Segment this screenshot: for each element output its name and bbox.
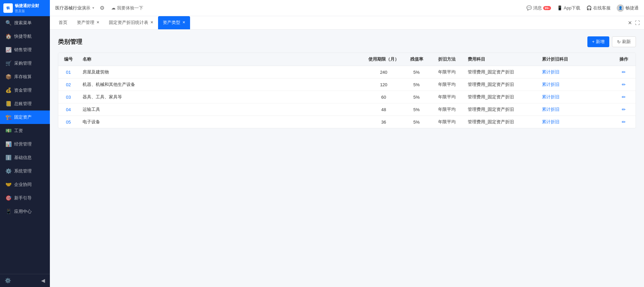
cell-method-0: 年限平均	[430, 66, 464, 78]
edit-icon-3[interactable]: ✏	[622, 107, 626, 112]
refresh-icon: ↻	[617, 39, 621, 44]
table-row: 01 房屋及建筑物 240 5% 年限平均 管理费用_固定资产折旧 累计折旧 ✏	[58, 66, 636, 78]
accumulated-link-4[interactable]: 累计折旧	[542, 119, 559, 124]
cell-residual-1: 5%	[403, 78, 430, 91]
cell-id-4: 05	[58, 116, 79, 128]
tab-asset-mgmt-close[interactable]: ✕	[96, 20, 99, 25]
try-label: 我要体验一下	[117, 5, 143, 11]
sidebar: 畅 畅捷通好业财 普及版 🔍 搜索菜单 🏠 快捷导航 📈 销售管理 🛒 采购管理…	[0, 0, 50, 287]
module-selector[interactable]: 医疗器械行业演示 ▾	[55, 5, 94, 11]
col-header-name: 名称	[79, 53, 364, 66]
cell-residual-4: 5%	[403, 116, 430, 128]
sidebar-item-payroll[interactable]: 💵 工资	[0, 124, 50, 137]
basic-info-icon: ℹ️	[5, 155, 11, 161]
tab-asset-mgmt[interactable]: 资产管理 ✕	[72, 16, 104, 29]
cell-expense-2: 管理费用_固定资产折旧	[464, 91, 538, 103]
collapse-icon[interactable]: ◀	[41, 278, 45, 284]
tab-depreciation-label: 固定资产折旧统计表	[109, 20, 148, 26]
try-button[interactable]: ☁ 我要体验一下	[111, 5, 143, 11]
cell-accumulated-4: 累计折旧	[538, 116, 612, 128]
message-btn[interactable]: 💬 消息 99+	[526, 5, 551, 11]
tabbar-right: ✕ ⛶	[628, 16, 640, 29]
user-profile-btn[interactable]: 👤 畅捷通	[617, 4, 639, 12]
edit-icon-2[interactable]: ✏	[622, 94, 626, 100]
row-id-link-0[interactable]: 01	[66, 70, 71, 75]
tab-expand-icon[interactable]: ⛶	[635, 20, 640, 26]
cell-residual-3: 5%	[403, 103, 430, 116]
accumulated-link-1[interactable]: 累计折旧	[542, 82, 559, 87]
cell-method-2: 年限平均	[430, 91, 464, 103]
cell-name-0: 房屋及建筑物	[79, 66, 364, 78]
edit-icon-1[interactable]: ✏	[622, 82, 626, 87]
row-id-link-2[interactable]: 03	[66, 95, 71, 100]
refresh-button[interactable]: ↻ 刷新	[612, 36, 636, 47]
cell-accumulated-3: 累计折旧	[538, 103, 612, 116]
cell-expense-3: 管理费用_固定资产折旧	[464, 103, 538, 116]
sidebar-item-system[interactable]: ⚙️ 系统管理	[0, 164, 50, 178]
tab-home[interactable]: 首页	[54, 16, 72, 29]
accumulated-link-2[interactable]: 累计折旧	[542, 94, 559, 99]
sidebar-item-beginner[interactable]: 🎯 新手引导	[0, 191, 50, 205]
sidebar-item-sales[interactable]: 📈 销售管理	[0, 43, 50, 57]
main-area: 医疗器械行业演示 ▾ ⚙ ☁ 我要体验一下 💬 消息 99+ 📱 App下载 🎧…	[50, 0, 644, 287]
cell-id-3: 04	[58, 103, 79, 116]
col-header-actions: 操作	[612, 53, 636, 66]
app-download-btn[interactable]: 📱 App下载	[557, 5, 580, 11]
tab-asset-type[interactable]: 资产类型 ✕	[158, 16, 190, 29]
cell-name-2: 器具、工具、家具等	[79, 91, 364, 103]
sidebar-item-capital[interactable]: 💰 资金管理	[0, 84, 50, 97]
row-id-link-1[interactable]: 02	[66, 82, 71, 87]
page-content: 类别管理 + 新增 ↻ 刷新 编号 名称 使用期限（月） 残值率 折旧方法	[50, 30, 644, 287]
sidebar-nav: 🔍 搜索菜单 🏠 快捷导航 📈 销售管理 🛒 采购管理 📦 库存核算 💰 资金管…	[0, 16, 50, 274]
sidebar-item-search[interactable]: 🔍 搜索菜单	[0, 16, 50, 30]
system-icon: ⚙️	[5, 168, 11, 174]
row-id-link-3[interactable]: 04	[66, 107, 71, 112]
edit-icon-0[interactable]: ✏	[622, 69, 626, 75]
user-label: 畅捷通	[625, 5, 639, 11]
tab-close-window-icon[interactable]: ✕	[628, 20, 632, 26]
sidebar-item-inventory[interactable]: 📦 库存核算	[0, 70, 50, 84]
sidebar-item-purchase[interactable]: 🛒 采购管理	[0, 57, 50, 70]
sidebar-item-fixed-assets[interactable]: 🏗️ 固定资产	[0, 110, 50, 124]
cell-period-4: 36	[364, 116, 403, 128]
sidebar-footer: ⚙️ ◀	[0, 274, 50, 287]
tab-asset-type-label: 资产类型	[163, 20, 180, 26]
sidebar-item-basic-info[interactable]: ℹ️ 基础信息	[0, 151, 50, 164]
topbar-settings-icon[interactable]: ⚙	[100, 5, 104, 11]
inventory-icon: 📦	[5, 74, 11, 80]
payroll-icon: 💵	[5, 128, 11, 134]
cell-actions-1: ✏	[612, 78, 636, 91]
beginner-icon: 🎯	[5, 195, 11, 201]
tab-asset-type-close[interactable]: ✕	[182, 20, 185, 25]
cell-name-3: 运输工具	[79, 103, 364, 116]
sidebar-item-operations[interactable]: 📊 经营管理	[0, 137, 50, 151]
sidebar-item-label-payroll: 工资	[14, 128, 23, 134]
page-header: 类别管理 + 新增 ↻ 刷新	[58, 36, 636, 47]
tab-depreciation-close[interactable]: ✕	[150, 20, 153, 25]
accumulated-link-3[interactable]: 累计折旧	[542, 107, 559, 112]
sidebar-item-label-fixed-assets: 固定资产	[14, 114, 32, 120]
cooperation-icon: 🤝	[5, 182, 11, 188]
app-download-label: App下载	[564, 5, 580, 11]
new-button[interactable]: + 新增	[587, 36, 609, 47]
col-header-period: 使用期限（月）	[364, 53, 403, 66]
sidebar-item-quick-nav[interactable]: 🏠 快捷导航	[0, 30, 50, 43]
cell-name-4: 电子设备	[79, 116, 364, 128]
sidebar-item-label-system: 系统管理	[14, 168, 32, 174]
message-icon: 💬	[526, 5, 532, 10]
sidebar-item-app-center[interactable]: 📱 应用中心	[0, 205, 50, 218]
ledger-icon: 📒	[5, 101, 11, 107]
tabbar: 首页 资产管理 ✕ 固定资产折旧统计表 ✕ 资产类型 ✕ ✕ ⛶	[50, 16, 644, 30]
row-id-link-4[interactable]: 05	[66, 120, 71, 125]
sidebar-header: 畅 畅捷通好业财 普及版	[0, 0, 50, 16]
operations-icon: 📊	[5, 141, 11, 147]
tab-depreciation[interactable]: 固定资产折旧统计表 ✕	[104, 16, 158, 29]
table-row: 02 机器、机械和其他生产设备 120 5% 年限平均 管理费用_固定资产折旧 …	[58, 78, 636, 91]
sidebar-item-ledger[interactable]: 📒 总账管理	[0, 97, 50, 110]
edit-icon-4[interactable]: ✏	[622, 119, 626, 125]
settings-icon[interactable]: ⚙️	[5, 278, 11, 284]
sidebar-item-cooperation[interactable]: 🤝 企业协同	[0, 178, 50, 191]
cell-residual-0: 5%	[403, 66, 430, 78]
online-service-btn[interactable]: 🎧 在线客服	[586, 5, 611, 11]
accumulated-link-0[interactable]: 累计折旧	[542, 69, 559, 74]
